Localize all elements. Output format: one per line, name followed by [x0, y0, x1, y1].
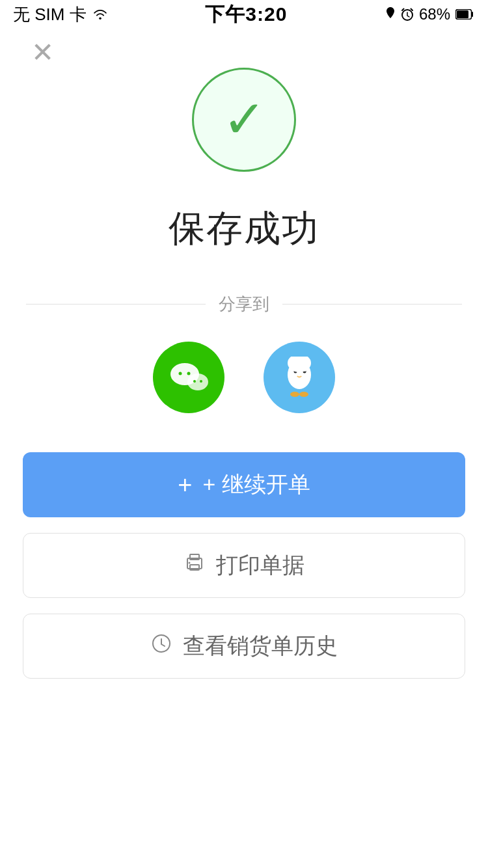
share-divider: 分享到: [0, 293, 488, 316]
battery-icon: [455, 9, 475, 20]
location-icon: [385, 7, 396, 21]
wechat-share-button[interactable]: [153, 342, 224, 413]
no-sim-text: 无 SIM 卡: [13, 3, 87, 26]
print-icon: [183, 552, 206, 579]
qq-share-button[interactable]: [264, 342, 335, 413]
status-time: 下午3:20: [205, 1, 287, 28]
print-button[interactable]: 打印单据: [23, 533, 465, 598]
success-title: 保存成功: [169, 204, 319, 254]
print-label: 打印单据: [216, 550, 305, 580]
wechat-logo: [168, 360, 210, 396]
svg-point-5: [187, 372, 190, 375]
main-content: ✓ 保存成功 分享到: [0, 29, 488, 679]
svg-point-18: [290, 392, 299, 397]
svg-point-8: [200, 380, 202, 383]
status-right: 68%: [385, 5, 475, 23]
alarm-icon: [401, 7, 414, 21]
share-label: 分享到: [206, 293, 282, 316]
status-left: 无 SIM 卡: [13, 3, 107, 26]
share-section: 分享到: [0, 293, 488, 413]
continue-order-button[interactable]: + + 继续开单: [23, 452, 465, 517]
buttons-section: + + 继续开单 打印单据 查看销货单历: [23, 452, 465, 679]
svg-rect-2: [457, 10, 468, 18]
continue-label: + 继续开单: [202, 470, 310, 500]
status-bar: 无 SIM 卡 下午3:20 68%: [0, 0, 488, 29]
svg-point-7: [193, 380, 196, 383]
history-label: 查看销货单历史: [183, 631, 338, 661]
qq-logo: [280, 357, 319, 399]
share-icons: [153, 342, 335, 413]
continue-icon: +: [178, 471, 192, 499]
svg-point-16: [291, 376, 307, 389]
svg-point-23: [189, 562, 191, 564]
checkmark-icon: ✓: [223, 94, 266, 146]
svg-point-19: [299, 392, 308, 397]
close-button[interactable]: ✕: [26, 36, 59, 69]
svg-point-4: [178, 372, 182, 375]
history-button[interactable]: 查看销货单历史: [23, 614, 465, 679]
success-indicator: ✓: [192, 68, 296, 172]
battery-percentage: 68%: [419, 5, 450, 23]
svg-point-6: [187, 373, 208, 390]
close-icon: ✕: [31, 39, 54, 66]
wifi-icon: [93, 9, 107, 20]
history-icon: [150, 632, 172, 660]
